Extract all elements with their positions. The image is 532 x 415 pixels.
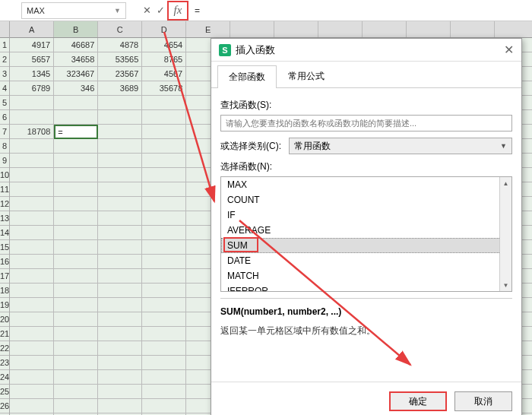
name-box-dropdown-icon[interactable]: ▼ xyxy=(114,7,121,14)
cell[interactable] xyxy=(54,312,98,327)
cell[interactable] xyxy=(54,96,98,110)
row-header[interactable]: 24 xyxy=(0,370,9,385)
row-header[interactable]: 15 xyxy=(0,240,9,255)
cell[interactable] xyxy=(54,327,98,341)
cell[interactable]: 8765 xyxy=(142,52,186,67)
cell[interactable] xyxy=(10,226,54,240)
ok-button[interactable]: 确定 xyxy=(389,391,447,411)
cell[interactable] xyxy=(142,110,186,125)
cell[interactable] xyxy=(10,197,54,211)
row-header[interactable]: 1 xyxy=(0,38,9,52)
cell[interactable]: 34658 xyxy=(54,52,98,67)
row-header[interactable]: 16 xyxy=(0,255,9,269)
row-header[interactable]: 10 xyxy=(0,168,9,182)
column-header[interactable]: C xyxy=(98,21,142,37)
cell[interactable]: 53565 xyxy=(98,52,142,67)
row-header[interactable]: 19 xyxy=(0,298,9,312)
cell[interactable] xyxy=(54,139,98,154)
cell[interactable] xyxy=(54,341,98,356)
scrollbar[interactable]: ▲ ▼ xyxy=(499,177,511,291)
cell[interactable]: 46687 xyxy=(54,38,98,52)
cell[interactable] xyxy=(98,327,142,341)
row-header[interactable]: 22 xyxy=(0,341,9,356)
cell[interactable] xyxy=(142,197,186,211)
cell[interactable] xyxy=(10,284,54,298)
formula-cancel-button[interactable]: ✕ xyxy=(140,3,154,18)
row-header[interactable]: 8 xyxy=(0,139,9,154)
cell[interactable] xyxy=(98,255,142,269)
row-header[interactable]: 20 xyxy=(0,312,9,327)
column-header[interactable]: E xyxy=(186,21,230,37)
cell[interactable] xyxy=(54,255,98,269)
name-box[interactable]: MAX ▼ xyxy=(21,2,126,19)
row-header[interactable]: 17 xyxy=(0,269,9,284)
close-icon[interactable]: ✕ xyxy=(504,43,514,57)
cell[interactable] xyxy=(142,284,186,298)
cell[interactable] xyxy=(142,226,186,240)
cell[interactable] xyxy=(54,211,98,226)
cell[interactable] xyxy=(10,298,54,312)
scroll-down-icon[interactable]: ▼ xyxy=(500,279,511,291)
search-input[interactable] xyxy=(220,115,512,131)
function-item[interactable]: AVERAGE xyxy=(221,223,511,238)
cell[interactable] xyxy=(142,399,186,413)
cell[interactable] xyxy=(98,125,142,139)
formula-input[interactable]: = xyxy=(188,5,532,16)
column-header[interactable]: D xyxy=(142,21,186,37)
cell[interactable]: 23567 xyxy=(98,67,142,81)
cell[interactable] xyxy=(98,96,142,110)
cell[interactable] xyxy=(98,168,142,182)
cell[interactable] xyxy=(54,298,98,312)
cell[interactable] xyxy=(98,269,142,284)
cell[interactable] xyxy=(54,110,98,125)
column-header[interactable] xyxy=(318,21,363,37)
cell[interactable] xyxy=(10,399,54,413)
cell[interactable] xyxy=(10,211,54,226)
cell[interactable] xyxy=(10,312,54,327)
cell[interactable]: 4878 xyxy=(98,38,142,52)
cell[interactable] xyxy=(142,154,186,168)
cell[interactable] xyxy=(98,182,142,197)
cell[interactable] xyxy=(54,197,98,211)
cell[interactable] xyxy=(54,269,98,284)
cell[interactable] xyxy=(10,327,54,341)
cell[interactable] xyxy=(10,96,54,110)
cell[interactable] xyxy=(98,356,142,370)
category-select[interactable]: 常用函数 ▼ xyxy=(289,138,512,154)
cell[interactable] xyxy=(142,385,186,399)
row-header[interactable]: 23 xyxy=(0,356,9,370)
cell[interactable] xyxy=(10,168,54,182)
cell[interactable] xyxy=(54,226,98,240)
cell[interactable] xyxy=(98,284,142,298)
function-item[interactable]: MATCH xyxy=(221,268,511,284)
cell[interactable] xyxy=(142,327,186,341)
cell[interactable] xyxy=(54,168,98,182)
cell[interactable] xyxy=(10,110,54,125)
tab-all-functions[interactable]: 全部函数 xyxy=(217,65,277,88)
cell[interactable] xyxy=(142,312,186,327)
row-header[interactable]: 13 xyxy=(0,211,9,226)
row-header[interactable]: 18 xyxy=(0,284,9,298)
cell[interactable] xyxy=(98,312,142,327)
cell[interactable] xyxy=(54,284,98,298)
row-header[interactable]: 14 xyxy=(0,226,9,240)
row-header[interactable]: 11 xyxy=(0,182,9,197)
row-header[interactable]: 9 xyxy=(0,154,9,168)
cell[interactable]: 1345 xyxy=(10,67,54,81)
cell[interactable] xyxy=(98,139,142,154)
cell[interactable] xyxy=(10,356,54,370)
cell[interactable]: 323467 xyxy=(54,67,98,81)
cell[interactable]: 6789 xyxy=(10,81,54,96)
cell[interactable] xyxy=(10,182,54,197)
cell[interactable] xyxy=(142,269,186,284)
formula-accept-button[interactable]: ✓ xyxy=(154,3,167,18)
row-header[interactable]: 7 xyxy=(0,125,9,139)
cell[interactable] xyxy=(10,341,54,356)
cell[interactable] xyxy=(98,240,142,255)
tab-common-formulas[interactable]: 常用公式 xyxy=(277,65,336,87)
cell[interactable] xyxy=(142,298,186,312)
row-header[interactable]: 3 xyxy=(0,67,9,81)
cell[interactable] xyxy=(10,269,54,284)
cell[interactable] xyxy=(98,370,142,385)
cell[interactable] xyxy=(98,197,142,211)
